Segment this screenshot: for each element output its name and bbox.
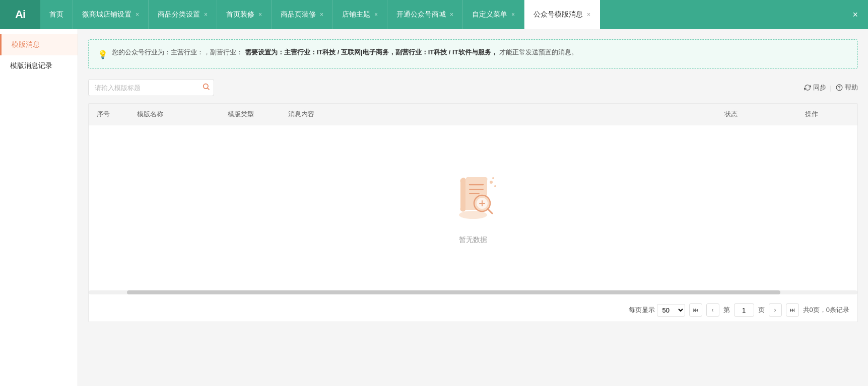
help-icon xyxy=(836,84,843,91)
empty-state-text: 暂无数据 xyxy=(459,236,487,245)
tab-store-theme-label: 店铺主题 xyxy=(342,10,370,19)
search-toolbar: 同步 | 帮助 xyxy=(88,79,858,96)
scroll-thumb[interactable] xyxy=(127,290,780,294)
help-button[interactable]: 帮助 xyxy=(836,83,858,92)
tab-open-mall[interactable]: 开通公众号商城 × xyxy=(387,0,463,29)
tab-template-msg[interactable]: 公众号模版消息 × xyxy=(524,0,600,29)
template-table: 序号 模版名称 模版类型 消息内容 状态 操作 xyxy=(88,103,858,322)
svg-point-15 xyxy=(492,177,494,179)
table-body: 暂无数据 xyxy=(89,125,857,286)
tab-open-mall-close[interactable]: × xyxy=(450,11,453,18)
tab-product-decor-label: 商品页装修 xyxy=(281,10,316,19)
tab-store-theme[interactable]: 店铺主题 × xyxy=(333,0,387,29)
notice-highlight: 需要设置为：主营行业：IT科技 / 互联网|电子商务，副营行业：IT科技 / I… xyxy=(245,48,498,56)
page-label: 第 xyxy=(723,305,730,315)
horizontal-scrollbar[interactable] xyxy=(89,290,857,294)
tab-category[interactable]: 商品分类设置 × xyxy=(149,0,217,29)
toolbar-divider: | xyxy=(830,84,832,92)
next-page-button[interactable]: › xyxy=(769,303,782,317)
tab-category-label: 商品分类设置 xyxy=(158,10,200,19)
search-input-wrap xyxy=(88,79,214,96)
tab-home-decor[interactable]: 首页装修 × xyxy=(217,0,272,29)
page-total: 共0页，0条记录 xyxy=(803,305,849,315)
sync-icon xyxy=(804,84,811,91)
toolbar-right: 同步 | 帮助 xyxy=(804,83,858,92)
search-icon xyxy=(202,83,210,91)
tab-custom-menu-close[interactable]: × xyxy=(511,11,515,18)
page-size-selector: 每页显示 50 10 20 100 xyxy=(629,304,685,317)
notice-text-before: 您的公众号行业为：主营行业：，副营行业： xyxy=(112,48,243,56)
table-header: 序号 模版名称 模版类型 消息内容 状态 操作 xyxy=(89,104,857,125)
svg-point-14 xyxy=(494,185,496,187)
main-layout: 模版消息 模版消息记录 💡 您的公众号行业为：主营行业：，副营行业： 需要设置为… xyxy=(0,29,868,386)
search-button[interactable] xyxy=(202,83,210,93)
col-header-name: 模版名称 xyxy=(129,104,220,125)
tab-open-mall-label: 开通公众号商城 xyxy=(396,10,446,19)
empty-illustration xyxy=(443,167,503,227)
tab-template-msg-close[interactable]: × xyxy=(587,11,590,18)
per-page-select[interactable]: 50 10 20 100 xyxy=(657,304,685,317)
notice-text-after: 才能正常发送预置的消息。 xyxy=(499,48,578,56)
tab-custom-menu[interactable]: 自定义菜单 × xyxy=(463,0,524,29)
tab-home-label: 首页 xyxy=(49,10,63,19)
tab-shop-settings-label: 微商城店铺设置 xyxy=(82,10,131,19)
window-close-button[interactable]: × xyxy=(842,0,868,29)
tab-template-msg-label: 公众号模版消息 xyxy=(533,10,583,19)
content-area: 💡 您的公众号行业为：主营行业：，副营行业： 需要设置为：主营行业：IT科技 /… xyxy=(78,29,868,386)
sidebar-item-template-msg-records[interactable]: 模版消息记录 xyxy=(0,55,78,76)
tab-shop-settings[interactable]: 微商城店铺设置 × xyxy=(73,0,149,29)
lightbulb-icon: 💡 xyxy=(98,48,108,61)
col-header-action: 操作 xyxy=(797,104,857,125)
tab-custom-menu-label: 自定义菜单 xyxy=(472,10,507,19)
tab-shop-settings-close[interactable]: × xyxy=(136,11,139,18)
tab-product-decor[interactable]: 商品页装修 × xyxy=(272,0,333,29)
prev-page-button[interactable]: ‹ xyxy=(706,303,719,317)
tab-home-decor-close[interactable]: × xyxy=(258,11,262,18)
svg-point-13 xyxy=(490,181,493,184)
search-input[interactable] xyxy=(88,79,214,96)
pagination: 每页显示 50 10 20 100 ⏮ ‹ 第 页 › ⏭ 共0页，0条记录 xyxy=(89,298,857,322)
svg-point-4 xyxy=(459,211,487,219)
last-page-button[interactable]: ⏭ xyxy=(786,303,799,317)
tab-product-decor-close[interactable]: × xyxy=(320,11,323,18)
col-header-type: 模版类型 xyxy=(220,104,280,125)
sync-label: 同步 xyxy=(813,83,826,92)
help-label: 帮助 xyxy=(845,83,858,92)
tab-store-theme-close[interactable]: × xyxy=(374,11,378,18)
per-page-label: 每页显示 xyxy=(629,305,655,315)
col-header-status: 状态 xyxy=(716,104,797,125)
svg-line-10 xyxy=(488,209,492,213)
sidebar-item-template-msg-label: 模版消息 xyxy=(12,40,40,48)
first-page-button[interactable]: ⏮ xyxy=(689,303,702,317)
sidebar-item-template-msg-records-label: 模版消息记录 xyxy=(10,61,52,69)
tab-home-decor-label: 首页装修 xyxy=(226,10,254,19)
app-logo: Ai xyxy=(0,0,40,29)
svg-line-1 xyxy=(208,88,209,90)
sidebar: 模版消息 模版消息记录 xyxy=(0,29,78,386)
page-unit: 页 xyxy=(758,305,765,315)
industry-notice: 💡 您的公众号行业为：主营行业：，副营行业： 需要设置为：主营行业：IT科技 /… xyxy=(88,39,858,69)
sidebar-item-template-msg[interactable]: 模版消息 xyxy=(0,34,78,55)
col-header-content: 消息内容 xyxy=(280,104,716,125)
tab-bar: Ai 首页 微商城店铺设置 × 商品分类设置 × 首页装修 × 商品页装修 × … xyxy=(0,0,868,29)
page-number-input[interactable] xyxy=(734,303,754,317)
col-header-index: 序号 xyxy=(89,104,129,125)
tab-home[interactable]: 首页 xyxy=(40,0,73,29)
tab-category-close[interactable]: × xyxy=(204,11,208,18)
sync-button[interactable]: 同步 xyxy=(804,83,826,92)
